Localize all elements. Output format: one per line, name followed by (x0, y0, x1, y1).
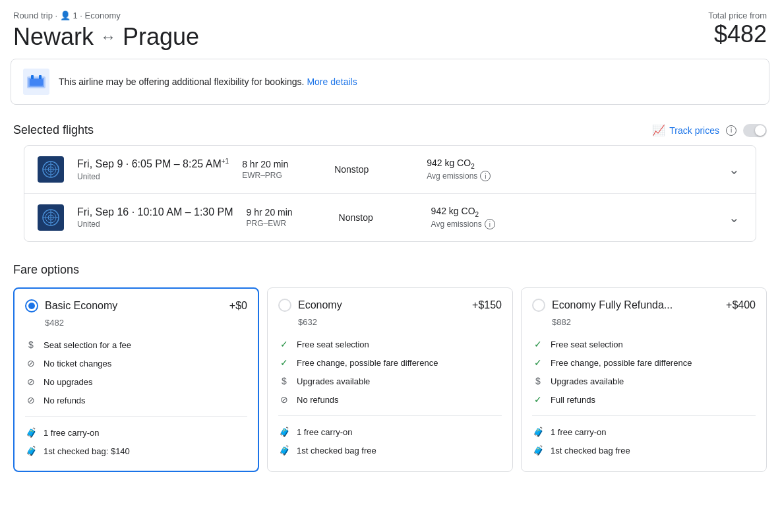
emissions-sub: Avg emissions i (431, 219, 713, 229)
passengers: 1 (73, 11, 77, 20)
emissions-sub: Avg emissions i (427, 171, 713, 181)
fare-extra: +$400 (726, 299, 756, 311)
fare-base-price: $632 (298, 317, 502, 327)
feature-text: Full refunds (551, 395, 595, 405)
header-left: Round trip · 👤 1 · Economy Newark ↔ Prag… (13, 11, 199, 51)
flight-duration: 9 hr 20 min PRG–EWR (247, 207, 326, 228)
fare-name-price: Economy +$150 (298, 299, 502, 311)
trip-info: Round trip · 👤 1 · Economy (13, 11, 199, 20)
carry-on-icon: 🧳 (278, 426, 290, 438)
expand-flight-button[interactable]: ⌄ (726, 207, 742, 228)
no-icon: ⊘ (25, 394, 37, 406)
section-header: Selected flights 📈 Track prices i (13, 123, 767, 137)
passengers-icon: 👤 (60, 11, 71, 20)
feature-text: 1 free carry-on (551, 427, 607, 437)
flight-row: Fri, Sep 9 · 6:05 PM – 8:25 AM+1 United … (24, 146, 756, 194)
fare-feature-bag: 🧳 1 free carry-on (532, 423, 756, 441)
fare-base-price: $482 (45, 318, 247, 328)
dollar-icon: $ (532, 375, 544, 387)
feature-text: Upgrades available (551, 376, 624, 386)
fare-options-title: Fare options (13, 263, 767, 277)
fare-card-header: Economy Fully Refunda... +$400 (532, 299, 756, 312)
total-price-label: Total price from (708, 11, 767, 20)
flight-airline: United (77, 220, 233, 229)
check-icon: ✓ (532, 394, 544, 405)
fare-card-economy[interactable]: Economy +$150 $632 ✓ Free seat selection… (267, 287, 513, 472)
fare-feature: ✓ Free change, possible fare difference (532, 353, 756, 372)
airline-logo (38, 204, 64, 231)
flight-stops: Nonstop (339, 212, 418, 223)
route: Newark ↔ Prague (13, 23, 199, 51)
depart-time: 10:10 AM – 1:30 PM (138, 206, 233, 218)
fare-card-header: Basic Economy +$0 (25, 299, 247, 312)
fare-feature: ✓ Free change, possible fare difference (278, 353, 502, 372)
fare-feature: ⊘ No refunds (25, 391, 247, 409)
check-icon: ✓ (532, 338, 544, 350)
feature-text: No refunds (44, 396, 86, 405)
fare-card-fully-refundable[interactable]: Economy Fully Refunda... +$400 $882 ✓ Fr… (521, 287, 767, 472)
fare-extra: +$0 (229, 300, 247, 312)
feature-text: No refunds (297, 395, 339, 405)
fare-name: Economy (298, 299, 342, 311)
emissions-info-icon[interactable]: i (480, 171, 491, 181)
more-details-link[interactable]: More details (307, 76, 357, 87)
fare-base-price: $882 (552, 317, 756, 327)
selected-flights-section: Selected flights 📈 Track prices i (0, 115, 780, 247)
check-icon: ✓ (278, 338, 290, 350)
expand-flight-button[interactable]: ⌄ (726, 159, 742, 180)
fare-feature: ✓ Free seat selection (278, 335, 502, 353)
no-icon: ⊘ (278, 394, 290, 405)
fare-card-header: Economy +$150 (278, 299, 502, 312)
fare-cards-container: Basic Economy +$0 $482 $ Seat selection … (13, 287, 767, 472)
route-text: EWR–PRG (242, 171, 321, 180)
fare-feature: ✓ Free seat selection (532, 335, 756, 353)
flexibility-icon (23, 69, 49, 95)
dollar-icon: $ (25, 339, 37, 351)
flight-info: Fri, Sep 16 · 10:10 AM – 1:30 PM United (77, 206, 233, 229)
checked-bag-icon: 🧳 (532, 444, 544, 456)
emissions-text: 942 kg CO2 (427, 158, 713, 170)
feature-text: Free seat selection (551, 340, 623, 349)
carry-on-icon: 🧳 (25, 427, 37, 438)
feature-text: Upgrades available (297, 376, 370, 386)
airline-logo (38, 156, 64, 183)
emissions-info-icon[interactable]: i (485, 219, 495, 229)
feature-text: 1st checked bag free (297, 446, 376, 456)
no-icon: ⊘ (25, 376, 37, 388)
fare-radio-basic[interactable] (25, 299, 38, 312)
divider (532, 415, 756, 416)
no-icon: ⊘ (25, 357, 37, 369)
carry-on-icon: 🧳 (532, 426, 544, 438)
checked-bag-icon: 🧳 (25, 445, 37, 457)
track-prices-info-icon[interactable]: i (726, 125, 736, 136)
fare-card-basic-economy[interactable]: Basic Economy +$0 $482 $ Seat selection … (13, 287, 259, 472)
fare-radio-refundable[interactable] (532, 299, 545, 312)
feature-text: Free change, possible fare difference (551, 358, 692, 368)
fare-options-section: Fare options Basic Economy +$0 $482 $ Se… (0, 247, 780, 483)
flight-stops: Nonstop (334, 164, 413, 175)
track-prices-toggle[interactable] (743, 124, 767, 137)
cabin-class: Economy (85, 11, 121, 20)
feature-text: No upgrades (44, 377, 92, 387)
selected-flights-title: Selected flights (13, 123, 94, 137)
feature-text: No ticket changes (44, 359, 111, 369)
svg-rect-4 (31, 75, 34, 79)
fare-feature-bag: 🧳 1 free carry-on (278, 423, 502, 441)
feature-text: Seat selection for a fee (44, 340, 131, 350)
flight-date: Fri, Sep 16 (77, 206, 129, 218)
flight-date: Fri, Sep 9 (77, 159, 123, 170)
origin-city: Newark (13, 23, 94, 51)
fare-feature: $ Upgrades available (278, 372, 502, 390)
divider (278, 415, 502, 416)
duration-text: 8 hr 20 min (242, 159, 321, 169)
dollar-icon: $ (278, 375, 290, 387)
fare-feature-bag: 🧳 1 free carry-on (25, 423, 247, 442)
depart-time: 6:05 PM – 8:25 AM (132, 159, 222, 170)
feature-text: 1st checked bag: $140 (44, 446, 130, 456)
track-prices-button[interactable]: 📈 Track prices (652, 124, 719, 136)
page-header: Round trip · 👤 1 · Economy Newark ↔ Prag… (0, 0, 780, 59)
fare-name-price: Basic Economy +$0 (45, 300, 247, 312)
fare-extra: +$150 (472, 299, 502, 311)
flight-emissions: 942 kg CO2 Avg emissions i (431, 206, 713, 230)
fare-radio-economy[interactable] (278, 299, 291, 312)
